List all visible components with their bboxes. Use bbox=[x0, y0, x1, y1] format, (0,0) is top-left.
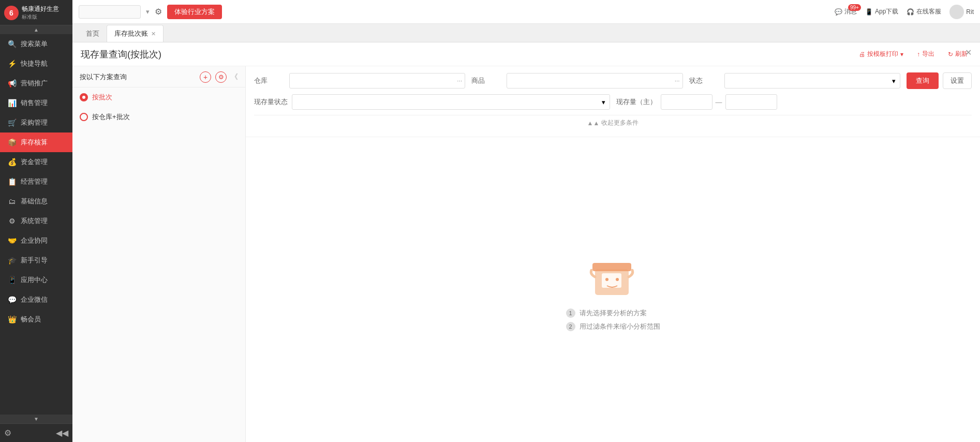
warehouse-input[interactable] bbox=[289, 73, 465, 89]
sidebar-item-inventory[interactable]: 📦 库存核算 bbox=[0, 132, 72, 152]
message-btn[interactable]: 💬 消息 99+ bbox=[835, 7, 857, 16]
member-icon: 👑 bbox=[7, 315, 17, 324]
finance-icon: 💰 bbox=[7, 157, 17, 167]
tab-inventory-batch[interactable]: 库存批次账✕ bbox=[107, 25, 164, 42]
nav-label-app-center: 应用中心 bbox=[21, 275, 48, 285]
nav-label-purchase: 采购管理 bbox=[21, 118, 48, 127]
collapse-up-icon: ▲▲ bbox=[587, 120, 600, 127]
wechat-icon: 💬 bbox=[7, 295, 17, 304]
nav-label-basic: 基础信息 bbox=[21, 197, 48, 206]
topbar: ▾ ⚙ 体验行业方案 💬 消息 99+ 📱 App下载 🎧 在线客服 bbox=[72, 0, 980, 24]
filter-collapse-btn[interactable]: 《 bbox=[231, 72, 238, 82]
collapse-row[interactable]: ▲▲ 收起更多条件 bbox=[254, 115, 972, 130]
topbar-search-input[interactable] bbox=[79, 5, 141, 19]
tab-home[interactable]: 首页 bbox=[79, 25, 107, 42]
settings-footer-btn[interactable]: ⚙ bbox=[4, 428, 11, 438]
svg-rect-2 bbox=[602, 273, 621, 288]
sidebar-item-finance[interactable]: 💰 资金管理 bbox=[0, 152, 72, 172]
print-btn[interactable]: 🖨 按模板打印 ▾ bbox=[855, 48, 908, 61]
operation-icon: 📋 bbox=[7, 177, 17, 186]
message-badge: 99+ bbox=[848, 4, 861, 11]
product-dots-btn[interactable]: ··· bbox=[675, 77, 680, 84]
collapse-sidebar-btn[interactable]: ◀◀ bbox=[56, 428, 68, 438]
topbar-gear-icon[interactable]: ⚙ bbox=[155, 7, 162, 17]
product-group: 商品 ··· bbox=[471, 73, 682, 89]
filter-item-by-batch[interactable]: 按批次 bbox=[72, 87, 245, 107]
settings-btn[interactable]: 设置 bbox=[943, 72, 972, 89]
filter-sidebar-header: 按以下方案查询 + ⚙ 《 bbox=[72, 66, 245, 87]
nav-label-inventory: 库存核算 bbox=[21, 138, 48, 147]
status-group: 状态 ▾ bbox=[689, 73, 900, 89]
filter-radio-by-warehouse-batch bbox=[80, 113, 88, 121]
sidebar-item-app-center[interactable]: 📱 应用中心 bbox=[0, 270, 72, 290]
app-center-icon: 📱 bbox=[7, 275, 17, 285]
tip-num-2: 2 bbox=[566, 322, 575, 331]
app-download-btn[interactable]: 📱 App下载 bbox=[865, 7, 898, 16]
sidebar-scroll-down[interactable]: ▼ bbox=[0, 415, 72, 423]
brand-name: 畅康通好生意 bbox=[22, 5, 59, 13]
filter-actions: 查询 设置 bbox=[907, 72, 972, 89]
tip-num-1: 1 bbox=[566, 308, 575, 318]
marketing-icon: 📢 bbox=[7, 79, 17, 88]
guide-icon: 🎓 bbox=[7, 256, 17, 265]
brand: 6 畅康通好生意 标准版 bbox=[4, 5, 68, 21]
filter-row-2: 现存量状态 ▾ 现存量（主） bbox=[254, 94, 972, 110]
filter-settings-icon[interactable]: ⚙ bbox=[215, 71, 227, 83]
sidebar-item-system[interactable]: ⚙ 系统管理 bbox=[0, 211, 72, 231]
trial-btn[interactable]: 体验行业方案 bbox=[167, 5, 222, 19]
sidebar-scroll-up[interactable]: ▲ bbox=[0, 25, 72, 34]
filter-item-by-warehouse-batch[interactable]: 按仓库+批次 bbox=[72, 107, 245, 127]
main-area: ▾ ⚙ 体验行业方案 💬 消息 99+ 📱 App下载 🎧 在线客服 bbox=[72, 0, 980, 442]
nav-label-guide: 新手引导 bbox=[21, 256, 48, 265]
filter-form: 仓库 ··· 商品 bbox=[246, 66, 980, 137]
purchase-icon: 🛒 bbox=[7, 118, 17, 127]
empty-tip-2: 2 用过滤条件来缩小分析范围 bbox=[566, 322, 660, 331]
sidebar-item-sales[interactable]: 📊 销售管理 bbox=[0, 93, 72, 113]
sidebar-item-marketing[interactable]: 📢 营销推广 bbox=[0, 73, 72, 93]
status-label: 状态 bbox=[689, 76, 720, 85]
tab-close-inventory-batch[interactable]: ✕ bbox=[151, 31, 156, 37]
stock-qty-max[interactable] bbox=[725, 94, 777, 110]
sidebar-item-operation[interactable]: 📋 经营管理 bbox=[0, 172, 72, 191]
online-service-btn[interactable]: 🎧 在线客服 bbox=[907, 7, 941, 16]
refresh-icon: ↻ bbox=[948, 51, 953, 58]
page-header: 现存量查询(按批次) 🖨 按模板打印 ▾ ↑ 导出 ↻ bbox=[72, 42, 980, 66]
stock-qty-min[interactable] bbox=[661, 94, 712, 110]
empty-svg bbox=[587, 248, 639, 300]
topbar-chevron-icon[interactable]: ▾ bbox=[146, 8, 150, 16]
sidebar: 6 畅康通好生意 标准版 ▲ 🔍 搜索菜单 ⚡ 快捷导航 📢 营销推广 📊 销售… bbox=[0, 0, 72, 442]
query-btn[interactable]: 查询 bbox=[907, 72, 939, 89]
sidebar-item-member[interactable]: 👑 畅会员 bbox=[0, 310, 72, 329]
empty-tip-1: 1 请先选择要分析的方案 bbox=[566, 308, 660, 318]
page-close-btn[interactable]: ✕ bbox=[957, 42, 980, 63]
stock-status-label: 现存量状态 bbox=[254, 97, 288, 107]
user-menu-btn[interactable]: Rit bbox=[949, 5, 974, 19]
svg-rect-1 bbox=[592, 263, 631, 271]
filter-add-btn[interactable]: + bbox=[200, 71, 211, 83]
warehouse-label: 仓库 bbox=[254, 76, 285, 85]
product-label: 商品 bbox=[471, 76, 502, 85]
message-icon: 💬 bbox=[835, 8, 842, 16]
page-header-actions: 🖨 按模板打印 ▾ ↑ 导出 ↻ 刷新 bbox=[855, 48, 972, 61]
enterprise-icon: 🤝 bbox=[7, 236, 17, 245]
stock-status-select[interactable]: ▾ bbox=[292, 94, 610, 110]
export-btn[interactable]: ↑ 导出 bbox=[913, 48, 939, 61]
sidebar-item-quick-nav[interactable]: ⚡ 快捷导航 bbox=[0, 54, 72, 73]
sidebar-item-enterprise[interactable]: 🤝 企业协同 bbox=[0, 231, 72, 251]
product-input[interactable] bbox=[507, 73, 682, 89]
sidebar-item-basic[interactable]: 🗂 基础信息 bbox=[0, 191, 72, 211]
sidebar-item-purchase[interactable]: 🛒 采购管理 bbox=[0, 113, 72, 132]
sidebar-item-wechat[interactable]: 💬 企业微信 bbox=[0, 290, 72, 310]
nav-label-system: 系统管理 bbox=[21, 216, 48, 226]
stock-qty-label: 现存量（主） bbox=[616, 97, 657, 107]
nav-label-wechat: 企业微信 bbox=[21, 295, 48, 304]
nav-label-enterprise: 企业协同 bbox=[21, 236, 48, 245]
brand-sub: 标准版 bbox=[22, 13, 59, 21]
sidebar-item-guide[interactable]: 🎓 新手引导 bbox=[0, 251, 72, 270]
headset-icon: 🎧 bbox=[907, 8, 914, 16]
status-select[interactable]: ▾ bbox=[724, 73, 900, 89]
main-content: 仓库 ··· 商品 bbox=[246, 66, 980, 442]
sidebar-item-search[interactable]: 🔍 搜索菜单 bbox=[0, 34, 72, 54]
svg-point-3 bbox=[605, 278, 608, 281]
warehouse-dots-btn[interactable]: ··· bbox=[457, 77, 462, 84]
